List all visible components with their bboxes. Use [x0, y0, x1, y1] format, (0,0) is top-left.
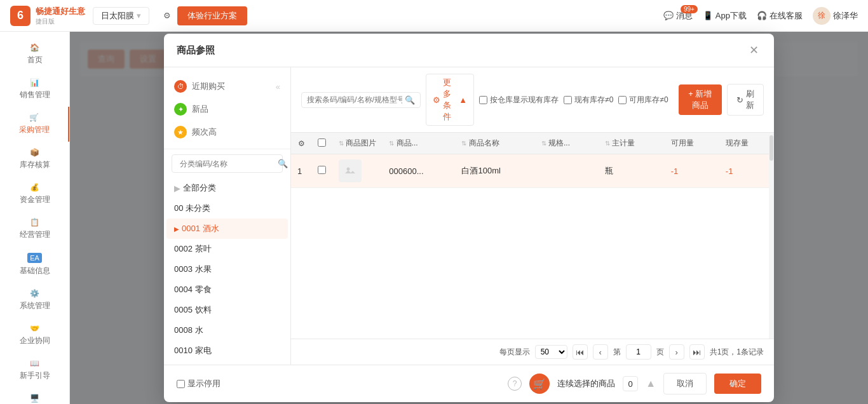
apps-icon: 🖥️	[30, 394, 39, 403]
total-info: 共1页，1条记录	[710, 347, 764, 358]
username-label: 徐泽华	[833, 10, 858, 22]
sidebar-item-operation[interactable]: 📋 经营管理	[0, 212, 69, 246]
show-disabled-label[interactable]: 显示停用	[177, 378, 220, 389]
col-name-header[interactable]: ⇅ 商品名称	[455, 133, 534, 154]
category-00[interactable]: 00 未分类	[166, 198, 288, 219]
collapse-icon[interactable]: «	[276, 82, 280, 91]
add-product-button[interactable]: + 新增商品	[679, 84, 722, 115]
product-search-box[interactable]: 🔍	[301, 92, 421, 108]
last-page-button[interactable]: ⏭	[689, 344, 705, 360]
table-header-row: ⚙ ⇅ 商品图片 ⇅ 商品...	[291, 133, 774, 154]
col-code-header[interactable]: ⇅ 商品...	[383, 133, 455, 154]
sidebar-item-guide[interactable]: 📖 新手引导	[0, 353, 69, 387]
category-0001[interactable]: ▶ 0001 酒水	[166, 219, 288, 239]
stock-nonzero-label: 现有库存≠0	[574, 95, 613, 105]
sidebar-label-purchase: 采购管理	[19, 125, 50, 135]
more-filters-button[interactable]: ⚙ 更多条件 ▲	[426, 74, 474, 126]
first-page-button[interactable]: ⏮	[573, 344, 588, 360]
sidebar-item-base[interactable]: EA 基础信息	[0, 246, 69, 283]
stock-nonzero-checkbox-label[interactable]: 现有库存≠0	[564, 95, 613, 105]
category-list: ▶ 全部分类 00 未分类 ▶ 0001 酒水 0002 茶叶	[164, 178, 290, 357]
user-menu[interactable]: 徐 徐泽华	[813, 7, 858, 25]
row-checkbox[interactable]	[318, 166, 326, 174]
category-all[interactable]: ▶ 全部分类	[166, 178, 288, 198]
store-selector[interactable]: 日太阳膜 ▾	[93, 7, 149, 25]
sidebar-item-purchase[interactable]: 🛒 采购管理	[0, 107, 69, 142]
sidebar-item-home[interactable]: 🏠 首页	[0, 37, 69, 72]
category-0002[interactable]: 0002 茶叶	[166, 239, 288, 259]
sidebar-label-home: 首页	[27, 55, 43, 65]
scroll-thumb[interactable]	[770, 135, 773, 161]
sidebar-item-finance[interactable]: 💰 资金管理	[0, 177, 69, 212]
category-0003[interactable]: 0003 水果	[166, 259, 288, 279]
trial-button[interactable]: 体验行业方案	[177, 6, 247, 25]
category-0008[interactable]: 0008 水	[166, 320, 288, 340]
category-0010[interactable]: 0010 家电	[166, 340, 288, 357]
new-products-item[interactable]: ✦ 新品	[164, 98, 290, 121]
col-spec-header[interactable]: ⇅ 规格...	[535, 133, 599, 154]
recent-purchase-item[interactable]: ⏱ 近期购买 «	[164, 75, 290, 98]
cart-button[interactable]: 🛒	[529, 374, 550, 394]
filter-icon: ⚙	[433, 95, 440, 105]
row-image	[332, 154, 383, 188]
product-thumbnail	[339, 159, 362, 182]
search-icon[interactable]: 🔍	[405, 95, 415, 105]
content-area: 查询 设置 刷新 商品参照 ✕ ⏱ 近期购买	[70, 32, 868, 404]
row-check[interactable]	[311, 154, 332, 188]
prev-page-button[interactable]: ‹	[593, 344, 608, 360]
sidebar-item-inventory[interactable]: 📦 库存核算	[0, 142, 69, 177]
col-stock-header[interactable]: 现存量	[719, 133, 774, 154]
col-unit-header[interactable]: ⇅ 主计量	[599, 133, 665, 154]
table-row[interactable]: 1	[291, 154, 774, 188]
cat-label-0002: 0002 茶叶	[174, 243, 212, 255]
outer-sidebar: 🏠 首页 📊 销售管理 🛒 采购管理 📦 库存核算 💰 资金管理 📋 经营管理 …	[0, 32, 70, 404]
refresh-button[interactable]: ↻ 刷新	[727, 84, 764, 116]
sidebar-label-base: 基础信息	[20, 266, 50, 276]
warehouse-stock-checkbox[interactable]	[479, 96, 487, 104]
category-search-input[interactable]	[180, 159, 275, 168]
app-download-button[interactable]: 📱 App下载	[703, 10, 747, 22]
modal-close-button[interactable]: ✕	[746, 43, 761, 58]
sidebar-item-sales[interactable]: 📊 销售管理	[0, 72, 69, 107]
sidebar-label-operation: 经营管理	[20, 229, 50, 240]
sidebar-item-enterprise[interactable]: 🤝 企业协同	[0, 318, 69, 353]
confirm-button[interactable]: 确定	[714, 374, 761, 394]
help-button[interactable]: ?	[508, 377, 522, 391]
stock-nonzero-checkbox[interactable]	[564, 96, 572, 104]
freq-icon: ★	[174, 126, 187, 138]
filter-arrow: ▲	[459, 95, 467, 105]
settings-icon[interactable]: ⚙	[157, 6, 177, 26]
select-all-checkbox[interactable]	[318, 138, 326, 147]
per-page-select[interactable]: 50 10 20 100	[535, 345, 567, 359]
page-number-input[interactable]	[626, 344, 651, 360]
online-service-label: 在线客服	[770, 10, 803, 22]
col-available-header[interactable]: 可用量	[665, 133, 719, 154]
category-search-icon[interactable]: 🔍	[278, 159, 288, 168]
mobile-icon: 📱	[703, 11, 713, 20]
col-check[interactable]	[311, 133, 332, 154]
sidebar-item-apps[interactable]: 🖥️ 应用中心	[0, 387, 69, 404]
category-0005[interactable]: 0005 饮料	[166, 300, 288, 320]
product-search-input[interactable]	[307, 95, 402, 104]
category-search-box[interactable]: 🔍	[172, 154, 283, 173]
modal-body: ⏱ 近期购买 « ✦ 新品 ★ 频次高	[164, 67, 774, 365]
new-icon: ✦	[174, 103, 187, 116]
collapse-footer-button[interactable]: ▲	[646, 378, 656, 389]
next-page-button[interactable]: ›	[669, 344, 684, 360]
store-name: 日太阳膜	[101, 10, 134, 22]
available-nonzero-checkbox[interactable]	[618, 96, 627, 104]
cancel-button[interactable]: 取消	[663, 373, 707, 394]
sidebar-item-system[interactable]: ⚙️ 系统管理	[0, 283, 69, 318]
col-settings[interactable]: ⚙	[291, 133, 311, 154]
frequent-item[interactable]: ★ 频次高	[164, 121, 290, 144]
online-service-button[interactable]: 🎧 在线客服	[757, 10, 803, 22]
warehouse-stock-checkbox-label[interactable]: 按仓库显示现有库存	[479, 95, 559, 105]
vertical-scrollbar[interactable]	[769, 133, 774, 339]
home-icon: 🏠	[30, 43, 39, 52]
messages-button[interactable]: 💬 消息 99+	[663, 10, 693, 22]
show-disabled-checkbox[interactable]	[177, 380, 185, 388]
continuous-label: 连续选择的商品	[557, 378, 615, 389]
category-0004[interactable]: 0004 零食	[166, 279, 288, 300]
available-nonzero-checkbox-label[interactable]: 可用库存≠0	[618, 95, 668, 105]
continuous-count: 0	[623, 376, 638, 391]
